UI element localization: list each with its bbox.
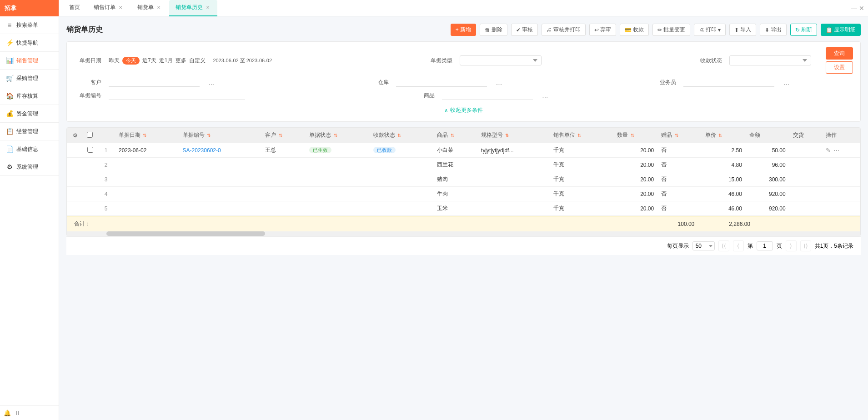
tab-sales-goods-close[interactable]: ✕ [156,5,162,10]
query-button[interactable]: 查询 [826,47,853,60]
collapse-button[interactable]: ∧ 收起更多条件 [74,105,853,116]
row-checkbox-cell[interactable] [83,158,97,172]
customer-more-icon[interactable]: ... [207,79,216,87]
audit-button[interactable]: ✔ 审核 [511,24,538,36]
row-checkbox-cell[interactable] [83,172,97,187]
col-customer[interactable]: 客户 ⇅ [261,128,306,143]
sidebar-item-sales-mgmt[interactable]: 📊 销售管理 [0,52,59,70]
row-checkbox-cell[interactable] [83,143,97,158]
sidebar-item-sys-mgmt[interactable]: ⚙ 系统管理 [0,158,59,176]
col-checkbox[interactable] [83,128,97,143]
col-goods[interactable]: 商品 ⇅ [433,128,477,143]
sidebar-item-search-menu[interactable]: ≡ 搜索菜单 [0,16,59,34]
next-page-button[interactable]: ⟩ [786,240,797,251]
select-all-checkbox[interactable] [87,132,93,138]
payment-status-select[interactable] [729,55,811,65]
edit-icon[interactable]: ✎ [826,147,831,154]
page-label: 第 [748,242,753,250]
doc-no-link[interactable]: SA-20230602-0 [183,147,221,154]
close-window-icon[interactable]: ✕ [859,5,864,12]
row-checkbox-cell[interactable] [83,187,97,201]
col-settings[interactable]: ⚙ [67,128,83,143]
tab-sales-history[interactable]: 销货单历史 ✕ [169,0,217,16]
last-page-button[interactable]: ⟩⟩ [800,240,811,251]
col-spec[interactable]: 规格型号 ⇅ [477,128,550,143]
col-doc-status[interactable]: 单据状态 ⇅ [306,128,369,143]
date-more[interactable]: 更多 [176,57,186,65]
col-date[interactable]: 单据日期 ⇅ [115,128,179,143]
more-icon[interactable]: ⋯ [833,147,839,154]
row-doc-no [179,158,262,172]
prev-page-button[interactable]: ⟨ [733,240,744,251]
row-checkbox-cell[interactable] [83,201,97,216]
table-settings-icon[interactable]: ⚙ [73,132,78,139]
scrollbar-thumb[interactable] [106,231,265,236]
refresh-button[interactable]: ↻ 刷新 [790,24,817,36]
warehouse-more-icon[interactable]: ... [494,79,504,87]
delete-button[interactable]: 🗑 删除 [480,24,507,36]
row-unit: 千克 [550,172,613,187]
sidebar-item-finance-mgmt[interactable]: 💰 资金管理 [0,105,59,123]
sidebar-item-label: 采购管理 [16,75,38,82]
footer-qty: 100.00 [678,221,722,227]
tab-sales-order[interactable]: 销售订单 ✕ [87,0,130,16]
date-yesterday[interactable]: 昨天 [109,57,120,65]
goods-input[interactable] [442,91,533,100]
date-1month[interactable]: 近1月 [159,57,173,65]
doc-type-select[interactable] [460,55,542,65]
col-transaction-label: 交货 [793,132,804,138]
import-button[interactable]: ⬆ 导入 [729,24,756,36]
data-table: ⚙ 单据日期 ⇅ 单据编号 ⇅ [67,128,860,216]
sidebar-item-inventory[interactable]: 🏠 库存核算 [0,87,59,105]
business-input[interactable] [683,78,774,87]
batch-change-button[interactable]: ✏ 批量变更 [652,24,690,36]
warehouse-input[interactable] [396,78,487,87]
row-amount: 920.00 [746,201,789,216]
first-page-button[interactable]: ⟨⟨ [718,240,729,251]
tab-home[interactable]: 首页 [63,0,86,16]
tab-sales-goods[interactable]: 销货单 ✕ [131,0,168,16]
audit-print-button[interactable]: 🖨 审核并打印 [542,24,586,36]
page-input[interactable] [757,241,773,250]
col-doc-no[interactable]: 单据编号 ⇅ [179,128,262,143]
collect-button[interactable]: 💳 收款 [620,24,649,36]
doc-no-input[interactable] [109,91,245,100]
set-button[interactable]: 设置 [826,61,853,74]
customer-input[interactable] [109,78,200,87]
sidebar-item-quick-nav[interactable]: ⚡ 快捷导航 [0,34,59,52]
tab-sales-order-close[interactable]: ✕ [117,5,124,10]
col-pay-status[interactable]: 收款状态 ⇅ [370,128,433,143]
footer-label: 合计： [74,220,90,228]
minimize-icon[interactable]: — [851,5,857,12]
col-no [97,128,115,143]
row-unit: 千克 [550,201,613,216]
col-gift[interactable]: 赠品 ⇅ [657,128,702,143]
business-more-icon[interactable]: ... [782,79,791,87]
sidebar-item-ops-mgmt[interactable]: 📋 经营管理 [0,123,59,140]
pause-icon[interactable]: ⏸ [15,410,20,416]
export-button[interactable]: ⬇ 导出 [760,24,787,36]
abandon-button[interactable]: ↩ 弃审 [589,24,616,36]
date-7days[interactable]: 近7天 [142,57,156,65]
col-gift-label: 赠品 [661,132,672,138]
date-today[interactable]: 今天 [122,57,140,65]
tab-sales-history-close[interactable]: ✕ [205,5,211,10]
sidebar-item-purchase-mgmt[interactable]: 🛒 采购管理 [0,70,59,87]
goods-more-icon[interactable]: ... [540,92,550,100]
new-button[interactable]: + 新增 [451,24,476,36]
print-button[interactable]: 🖨 打印 ▾ [694,24,726,36]
sidebar-item-basic-info[interactable]: 📄 基础信息 [0,140,59,158]
row-price: 15.00 [702,172,746,187]
per-page-select[interactable]: 50 20 100 [692,241,715,250]
display-detail-button[interactable]: 📋 显示明细 [821,24,861,36]
row-checkbox[interactable] [87,147,93,153]
col-price[interactable]: 单价 ⇅ [702,128,746,143]
data-table-wrap: ⚙ 单据日期 ⇅ 单据编号 ⇅ [66,127,861,236]
col-unit[interactable]: 销售单位 ⇅ [550,128,613,143]
notification-icon[interactable]: 🔔 [4,410,11,416]
horizontal-scrollbar[interactable] [67,231,860,236]
date-custom[interactable]: 自定义 [189,57,206,65]
col-qty[interactable]: 数量 ⇅ [613,128,657,143]
batch-change-icon: ✏ [657,27,662,33]
gift-sort-icon: ⇅ [675,133,678,138]
